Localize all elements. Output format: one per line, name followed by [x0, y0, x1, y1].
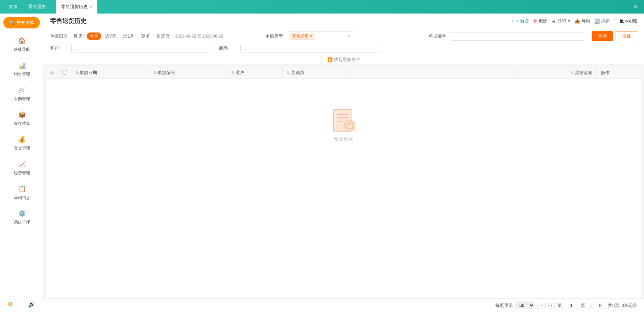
refresh-button[interactable]: 🔄 刷新 — [594, 18, 610, 24]
collapse-button[interactable]: 🔼 收起更多条件 — [327, 57, 360, 63]
settings-bottom-icon[interactable]: ⚙ — [7, 300, 13, 308]
collapse-up-icon: 🔼 — [327, 57, 333, 62]
delete-label: 删除 — [539, 18, 547, 24]
collapse-row: 🔼 收起更多条件 — [50, 55, 637, 64]
tab-retail-return[interactable]: 零售退货 × — [23, 0, 56, 14]
tab-home[interactable]: 首页 — [3, 0, 23, 14]
topbar-close-icon[interactable]: × — [630, 3, 641, 10]
topbar-tabs: 首页 零售退货 × 零售退货历史 × — [3, 0, 630, 14]
display-detail-checkbox-input[interactable] — [614, 19, 618, 23]
search-menu-button[interactable]: 🔍 搜索菜单 — [3, 17, 40, 28]
close-retail-return-icon[interactable]: × — [48, 4, 50, 9]
tab-retail-return-history-label: 零售退货历史 — [61, 4, 88, 10]
sidebar-item-operations-label: 经营管理 — [14, 170, 30, 176]
table-settings-icon[interactable]: ⚙ — [50, 70, 54, 75]
delete-button[interactable]: 🗑 删除 — [533, 18, 547, 24]
goods-label: 商品 — [219, 45, 238, 51]
doc-type-tag: 零售退货 × — [290, 33, 314, 40]
empty-text: 暂无数据 — [334, 136, 353, 142]
print-button[interactable]: 🖨 打印 ▼ — [551, 18, 571, 24]
new-icon: ＋ — [510, 18, 515, 24]
export-button[interactable]: 📤 导出 — [575, 18, 590, 24]
date-opt-yesterday[interactable]: 昨天 — [71, 32, 86, 40]
basic-info-icon: 📋 — [17, 184, 27, 194]
filter-area: 单据日期 昨天 今天 近7天 近1月 更多 自定义 2023-06-02 至 2… — [50, 28, 637, 64]
sidebar-item-quick-nav[interactable]: 🏠 快捷导航 — [0, 32, 43, 57]
query-button[interactable]: 查询 — [592, 31, 613, 41]
doc-type-tag-text: 零售退货 — [292, 34, 308, 39]
system-icon: ⚙️ — [17, 209, 27, 218]
col-guide[interactable]: 导购员 — [283, 67, 349, 79]
delete-icon: 🗑 — [533, 19, 537, 24]
doc-type-remove-icon[interactable]: × — [310, 34, 312, 39]
sidebar-item-system-label: 系统管理 — [14, 220, 30, 225]
last-page-button[interactable]: ⊫ — [597, 302, 605, 309]
sidebar-item-finance[interactable]: 💰 资金管理 — [0, 131, 43, 155]
goods-input[interactable]: ... — [240, 44, 381, 52]
table-body: 暂无数据 — [46, 79, 641, 170]
col-customer[interactable]: 客户 — [227, 67, 283, 79]
empty-illustration — [327, 106, 360, 136]
date-opt-today[interactable]: 今天 — [87, 32, 101, 40]
doc-no-label: 单据编号 — [429, 33, 447, 39]
sidebar-item-quick-nav-label: 快捷导航 — [14, 47, 30, 52]
col-doc-date[interactable]: 单据日期 — [71, 67, 149, 79]
sidebar-item-system[interactable]: ⚙️ 系统管理 — [0, 205, 43, 229]
page-number-input[interactable] — [565, 302, 578, 309]
close-retail-return-history-icon[interactable]: × — [90, 4, 92, 9]
first-page-button[interactable]: ⊨ — [537, 302, 546, 309]
customer-input[interactable]: ... — [71, 44, 212, 52]
page-size-select[interactable]: 10 20 50 100 — [516, 302, 534, 309]
doc-type-filter: 单据类型 零售退货 × ▼ — [265, 31, 422, 41]
prev-page-button[interactable]: ‹ — [548, 302, 554, 309]
date-opt-more[interactable]: 更多 — [138, 32, 152, 40]
filter-row-1: 单据日期 昨天 今天 近7天 近1月 更多 自定义 2023-06-02 至 2… — [50, 31, 637, 41]
display-detail-label: 显示明细 — [620, 18, 637, 24]
doc-type-dropdown-icon: ▼ — [347, 34, 351, 39]
main-layout: 🔍 搜索菜单 🏠 快捷导航 📊 销售管理 🛒 采购管理 📦 库存核算 💰 资金管… — [0, 14, 644, 312]
table-settings-col[interactable]: ⚙ — [46, 67, 58, 79]
goods-filter: 商品 ... — [219, 44, 381, 52]
page-title-row: 零售退货历史 ＋ + 新增 🗑 删除 🖨 打印 ▼ — [50, 17, 637, 25]
sidebar-item-sales[interactable]: 📊 销售管理 — [0, 57, 43, 81]
sidebar-item-purchase[interactable]: 🛒 采购管理 — [0, 81, 43, 106]
quick-nav-icon: 🏠 — [17, 36, 27, 45]
doc-no-input[interactable] — [450, 32, 585, 41]
col-doc-no[interactable]: 单据编号 — [149, 67, 227, 79]
export-icon: 📤 — [575, 19, 580, 24]
next-page-button[interactable]: › — [588, 302, 594, 309]
sidebar-item-inventory[interactable]: 📦 库存核算 — [0, 106, 43, 131]
finance-icon: 💰 — [17, 135, 27, 144]
customer-placeholder: ... — [74, 46, 78, 51]
page-header: 零售退货历史 ＋ + 新增 🗑 删除 🖨 打印 ▼ — [43, 14, 644, 64]
setting-button[interactable]: 设置 — [616, 31, 637, 41]
sidebar-item-basic-info-label: 基础信息 — [14, 195, 30, 201]
search-menu-label: 搜索菜单 — [17, 20, 34, 26]
select-all-checkbox[interactable] — [63, 70, 67, 74]
date-opt-7days[interactable]: 近7天 — [102, 32, 119, 40]
table-header: ⚙ 单据日期 单据编号 客户 — [46, 67, 641, 79]
new-button[interactable]: ＋ + 新增 — [510, 18, 529, 24]
sidebar-bottom: ⚙ 🔊 — [0, 296, 43, 312]
tab-retail-return-history[interactable]: 零售退货历史 × — [56, 0, 97, 14]
date-opt-custom[interactable]: 自定义 — [154, 32, 172, 40]
doc-type-label: 单据类型 — [265, 33, 284, 39]
table-area: ⚙ 单据日期 单据编号 客户 — [46, 67, 641, 298]
page-title: 零售退货历史 — [50, 17, 87, 25]
export-label: 导出 — [581, 18, 590, 24]
tab-home-label: 首页 — [9, 4, 18, 10]
date-opt-1month[interactable]: 近1月 — [120, 32, 137, 40]
sales-icon: 📊 — [17, 61, 27, 70]
sidebar-item-operations[interactable]: 📈 经营管理 — [0, 155, 43, 180]
col-amount[interactable]: 实销金额 — [518, 67, 596, 79]
content-area: 零售退货历史 ＋ + 新增 🗑 删除 🖨 打印 ▼ — [43, 14, 644, 312]
display-detail-toggle[interactable]: 显示明细 — [614, 18, 637, 24]
print-icon: 🖨 — [551, 19, 556, 24]
doc-type-select[interactable]: 零售退货 × ▼ — [287, 31, 354, 41]
purchase-icon: 🛒 — [17, 85, 27, 95]
volume-bottom-icon[interactable]: 🔊 — [28, 300, 35, 308]
table-checkbox-col[interactable] — [58, 67, 71, 79]
col-guide-label: 导购员 — [291, 70, 304, 75]
sidebar-item-basic-info[interactable]: 📋 基础信息 — [0, 180, 43, 205]
col-doc-no-label: 单据编号 — [158, 70, 175, 75]
